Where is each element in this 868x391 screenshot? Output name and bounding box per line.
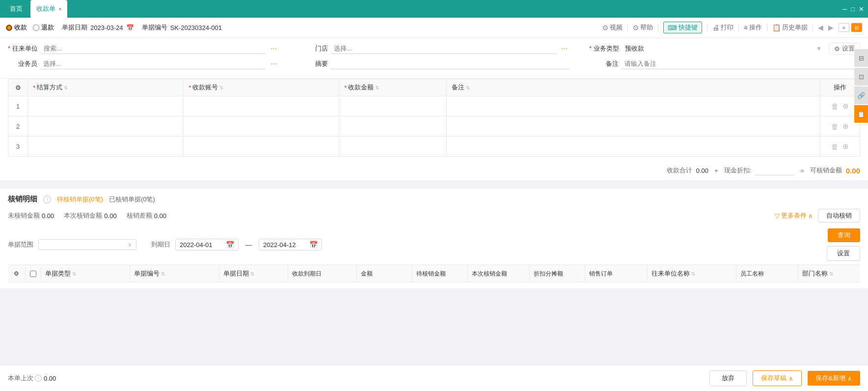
list-view-icon[interactable]: ≡ <box>839 23 849 32</box>
date-end-input[interactable] <box>263 241 307 249</box>
td-settle-1[interactable] <box>28 96 184 116</box>
operation-link[interactable]: ≡ 操作 <box>744 23 762 32</box>
td-remark-1[interactable] <box>447 96 820 116</box>
verify-info-icon[interactable]: i <box>43 196 51 203</box>
home-tab[interactable]: 首页 <box>4 0 28 18</box>
delete-row-2-icon[interactable]: 🗑 <box>831 122 839 131</box>
this-month-info-icon[interactable]: i <box>35 375 42 382</box>
range-dropdown-icon: ∨ <box>128 241 132 248</box>
calendar-icon[interactable]: 📅 <box>126 24 134 31</box>
settings-icon: ⚙ <box>834 45 840 53</box>
window-min-icon[interactable]: ─ <box>842 5 847 13</box>
td-settle-3[interactable] <box>28 137 184 156</box>
tab-close-icon[interactable]: × <box>58 6 61 12</box>
range-select[interactable]: ∨ <box>38 239 136 250</box>
sort-doctype-icon[interactable]: ⇅ <box>72 271 76 277</box>
pending-tab[interactable]: 待核销单据(0笔) <box>57 195 103 204</box>
summary-row: 收款合计 0.00 + 现金折扣: = 可核销金额 0.00 <box>0 161 868 181</box>
td-amount-3[interactable] <box>339 137 446 156</box>
radio-refund-input[interactable] <box>33 25 39 31</box>
partner-more-btn[interactable]: ··· <box>269 44 279 53</box>
bth-partner: 往来单位名称 ⇅ <box>648 265 736 282</box>
radio-receipt-input[interactable] <box>6 25 12 31</box>
date-end-icon[interactable]: 📅 <box>309 241 318 249</box>
shortcut-button[interactable]: ⌨ 快捷键 <box>663 22 702 33</box>
delete-row-1-icon[interactable]: 🗑 <box>831 102 839 111</box>
window-max-icon[interactable]: □ <box>851 5 855 13</box>
video-link[interactable]: ⊙ 视频 <box>602 23 623 32</box>
more-conditions-btn[interactable]: ▽ 更多条件 ∧ <box>775 211 813 220</box>
td-op-1: 🗑 ⊕ <box>820 96 860 116</box>
td-op-3: 🗑 ⊕ <box>820 137 860 156</box>
save-new-button[interactable]: 保存&新增 ∧ <box>808 371 860 386</box>
auto-verify-button[interactable]: 自动核销 <box>818 209 860 223</box>
sort-docnum-icon[interactable]: ⇅ <box>161 271 165 277</box>
doc-date-value: 2023-03-24 <box>90 24 123 31</box>
delete-row-3-icon[interactable]: 🗑 <box>831 142 839 151</box>
print-link[interactable]: 🖨 打印 <box>712 23 733 32</box>
td-settle-2[interactable] <box>28 116 184 136</box>
discount-label: 现金折扣: <box>724 166 752 175</box>
form-area: * 往来单位 ··· 门店 ··· * 业务类型 预收款 ▼ ⚙ 设置 <box>0 38 868 79</box>
history-link[interactable]: 📋 历史单据 <box>772 23 808 32</box>
partner-required-star: * <box>8 45 10 52</box>
sort-settle-icon[interactable]: ⇅ <box>64 85 68 90</box>
store-more-btn[interactable]: ··· <box>559 44 570 53</box>
next-arrow[interactable]: ▶ <box>828 24 834 31</box>
copy-row-1-icon[interactable]: ⊕ <box>842 102 849 111</box>
store-input[interactable] <box>331 43 556 54</box>
discard-button[interactable]: 放弃 <box>709 370 747 386</box>
diff-value: 0.00 <box>154 212 166 220</box>
grid-view-icon[interactable]: ⊟ <box>851 23 862 32</box>
rt-icon-3: 🔗 <box>857 92 865 99</box>
biz-type-dropdown-icon[interactable]: ▼ <box>816 45 822 52</box>
td-amount-1[interactable] <box>339 96 446 116</box>
partner-input[interactable] <box>41 43 266 54</box>
sort-dept-icon[interactable]: ⇅ <box>829 271 833 277</box>
td-account-3[interactable] <box>184 137 339 156</box>
unverified-label: 未核销金额 <box>8 211 40 220</box>
bth-settings[interactable]: ⚙ <box>8 266 26 281</box>
save-draft-button[interactable]: 保存草稿 ∧ <box>753 370 802 386</box>
th-amount: * 收款金额 ⇅ <box>339 79 446 96</box>
video-icon: ⊙ <box>602 24 608 31</box>
radio-receipt[interactable]: 收款 <box>6 23 27 32</box>
td-remark-2[interactable] <box>447 116 820 136</box>
prev-arrow[interactable]: ◀ <box>818 24 823 31</box>
sort-remark-icon[interactable]: ⇅ <box>466 85 470 90</box>
remark-input[interactable] <box>622 58 860 69</box>
help-link[interactable]: ⊙ 帮助 <box>633 23 653 32</box>
verify-settings-button[interactable]: 设置 <box>827 246 860 261</box>
sort-amount-icon[interactable]: ⇅ <box>375 85 379 90</box>
date-start-icon[interactable]: 📅 <box>226 241 234 249</box>
date-start-input[interactable] <box>180 241 224 249</box>
sort-docdate-icon[interactable]: ⇅ <box>250 271 254 277</box>
discount-input[interactable] <box>755 166 794 175</box>
rt-btn-1[interactable]: ⊟ <box>854 49 868 67</box>
active-tab[interactable]: 收款单 × <box>30 0 67 18</box>
copy-row-3-icon[interactable]: ⊕ <box>842 142 849 151</box>
sort-account-icon[interactable]: ⇅ <box>219 85 223 90</box>
staff-more-btn[interactable]: ··· <box>269 59 279 68</box>
bth-checkbox[interactable] <box>26 267 41 281</box>
td-remark-3[interactable] <box>447 137 820 156</box>
chevron-up-icon: ∧ <box>808 212 813 220</box>
rt-btn-4[interactable]: 📋 <box>854 105 868 123</box>
rt-icon-2: ⊡ <box>859 73 864 81</box>
td-amount-2[interactable] <box>339 116 446 136</box>
rt-btn-3[interactable]: 🔗 <box>854 86 868 104</box>
radio-refund[interactable]: 退款 <box>33 23 54 32</box>
done-tab[interactable]: 已核销单据(0笔) <box>109 195 155 204</box>
select-all-checkbox[interactable] <box>30 271 36 277</box>
summary-input[interactable] <box>331 58 570 69</box>
td-account-1[interactable] <box>184 96 339 116</box>
td-account-2[interactable] <box>184 116 339 136</box>
rt-btn-2[interactable]: ⊡ <box>854 68 868 85</box>
query-button[interactable]: 查询 <box>828 228 860 242</box>
sort-partner-icon[interactable]: ⇅ <box>691 271 695 277</box>
staff-input[interactable] <box>40 58 266 69</box>
window-close-icon[interactable]: ✕ <box>859 5 864 13</box>
copy-row-2-icon[interactable]: ⊕ <box>842 122 849 131</box>
th-settings[interactable]: ⚙ <box>8 80 28 95</box>
save-new-arrow-icon: ∧ <box>847 375 852 382</box>
